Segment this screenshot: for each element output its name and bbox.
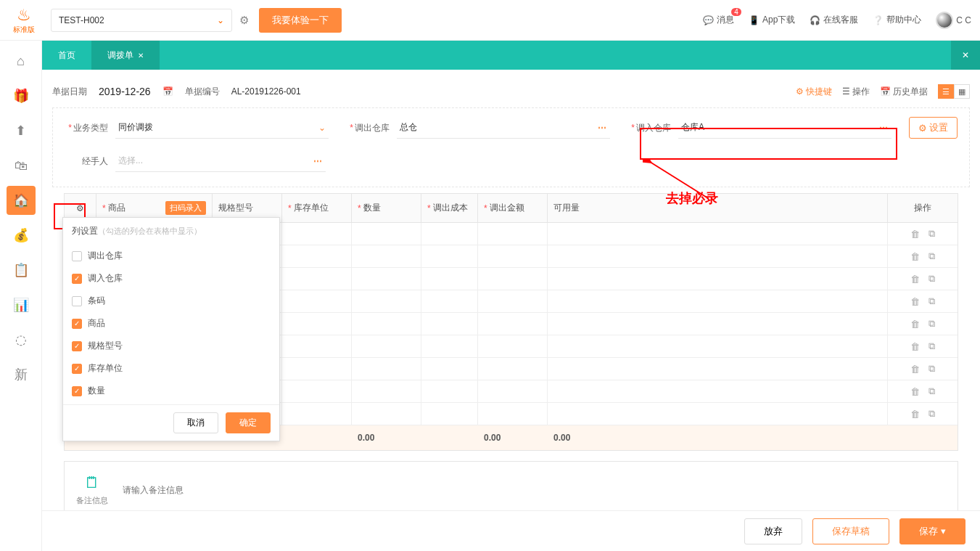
ops-link[interactable]: ☰操作 [842, 86, 870, 98]
delete-icon[interactable]: 🗑 [910, 386, 920, 397]
tab-transfer[interactable]: 调拨单 ✕ [91, 41, 160, 70]
top-right-nav: 💬 消息 4 📱 App下载 🎧 在线客服 ❔ 帮助中心 C C [703, 12, 971, 29]
table-header: ⚙ 列设置（勾选的列会在表格中显示） 调出仓库✓调入仓库条码✓商品✓规格型号✓库… [65, 194, 958, 223]
copy-icon[interactable]: ⧉ [928, 228, 935, 240]
docnum-value: AL-20191226-001 [231, 86, 301, 97]
nav-clipboard[interactable]: 📋 [7, 256, 36, 285]
column-option[interactable]: ✓数量 [72, 380, 271, 402]
nav-warehouse[interactable]: 🏠 [7, 186, 36, 215]
doc-header: 单据日期 2019-12-26 📅 单据编号 AL-20191226-001 ⚙… [52, 78, 970, 105]
calendar-icon: 📅 [880, 86, 891, 97]
in-warehouse-field[interactable]: *调入仓库 仓库A⋯ [627, 117, 892, 139]
nav-gift[interactable]: 🎁 [7, 81, 36, 110]
delete-icon[interactable]: 🗑 [910, 274, 920, 285]
out-warehouse-field[interactable]: *调出仓库 总仓⋯ [346, 117, 610, 139]
column-option[interactable]: ✓商品 [72, 312, 271, 335]
ok-button[interactable]: 确定 [226, 412, 271, 433]
settings-icon[interactable]: ⚙ [239, 14, 249, 27]
nav-new[interactable]: 新 [7, 360, 36, 389]
app-download-link[interactable]: 📱 App下载 [749, 14, 795, 26]
user-menu[interactable]: C C [936, 12, 971, 29]
form-row-2: 经手人 选择...⋯ [53, 144, 969, 178]
delete-icon[interactable]: 🗑 [910, 296, 920, 307]
copy-icon[interactable]: ⧉ [928, 250, 935, 262]
business-type-field[interactable]: *业务类型 同价调拨⌄ [65, 117, 329, 139]
scan-button[interactable]: 扫码录入 [165, 201, 206, 215]
delete-icon[interactable]: 🗑 [910, 409, 920, 420]
company-name: TEST-H002 [59, 15, 104, 25]
help-icon: ❔ [873, 15, 884, 25]
tab-home[interactable]: 首页 [42, 41, 91, 70]
nav-money[interactable]: 💰 [7, 221, 36, 250]
view-list[interactable]: ☰ [938, 84, 954, 99]
tabs: 首页 调拨单 ✕ ✕ [42, 41, 980, 70]
checkbox[interactable] [72, 296, 82, 306]
close-icon[interactable]: ✕ [138, 52, 144, 60]
chevron-down-icon: ⌄ [318, 123, 326, 133]
popover-title: 列设置（勾选的列会在表格中显示） [63, 218, 279, 245]
checkbox[interactable]: ✓ [72, 319, 82, 329]
delete-icon[interactable]: 🗑 [910, 364, 920, 375]
more-icon: ⋯ [313, 156, 323, 166]
copy-icon[interactable]: ⧉ [928, 273, 935, 285]
view-grid[interactable]: ▦ [954, 84, 970, 99]
checkbox[interactable]: ✓ [72, 341, 82, 351]
main: 首页 调拨单 ✕ ✕ ▤ ⛶ 单据日期 2019-12-26 📅 单据编号 AL… [42, 41, 980, 551]
checkbox[interactable]: ✓ [72, 274, 82, 284]
delete-icon[interactable]: 🗑 [910, 229, 920, 240]
discard-button[interactable]: 放弃 [744, 518, 802, 544]
close-panel-icon[interactable]: ✕ [951, 41, 980, 70]
column-option[interactable]: ✓规格型号 [72, 335, 271, 357]
cancel-button[interactable]: 取消 [173, 412, 218, 433]
more-icon: ⋯ [598, 123, 607, 133]
list-icon: ☰ [842, 86, 850, 97]
copy-icon[interactable]: ⧉ [928, 340, 935, 352]
nav-up[interactable]: ⬆ [7, 116, 36, 145]
column-settings-button[interactable]: ⚙ 列设置（勾选的列会在表格中显示） 调出仓库✓调入仓库条码✓商品✓规格型号✓库… [65, 194, 96, 222]
docnum-label: 单据编号 [185, 86, 220, 98]
save-draft-button[interactable]: 保存草稿 [812, 518, 889, 544]
gear-icon: ⚙ [796, 86, 804, 97]
delete-icon[interactable]: 🗑 [910, 251, 920, 262]
date-value[interactable]: 2019-12-26 [99, 86, 151, 97]
handler-field[interactable]: 经手人 选择...⋯ [65, 150, 326, 172]
copy-icon[interactable]: ⧉ [928, 295, 935, 307]
copy-icon[interactable]: ⧉ [928, 385, 935, 397]
copy-icon[interactable]: ⧉ [928, 408, 935, 420]
column-option[interactable]: ✓调入仓库 [72, 267, 271, 290]
column-option[interactable]: 条码 [72, 290, 271, 312]
view-toggle: ☰ ▦ [938, 84, 970, 99]
nav-sync[interactable]: ◌ [7, 325, 36, 354]
calendar-icon[interactable]: 📅 [162, 86, 173, 97]
checkbox[interactable]: ✓ [72, 386, 82, 396]
help-link[interactable]: ❔ 帮助中心 [873, 14, 921, 26]
sidebar: ⌂ 🎁 ⬆ 🛍 🏠 💰 📋 📊 ◌ 新 [0, 41, 42, 551]
company-select[interactable]: TEST-H002 ⌄ [51, 9, 232, 32]
checkbox[interactable]: ✓ [72, 364, 82, 374]
copy-icon[interactable]: ⧉ [928, 363, 935, 375]
checkbox[interactable] [72, 251, 82, 261]
nav-home[interactable]: ⌂ [7, 46, 36, 75]
experience-button[interactable]: 我要体验一下 [259, 8, 342, 33]
messages-badge: 4 [731, 8, 741, 16]
table: ⚙ 列设置（勾选的列会在表格中显示） 调出仓库✓调入仓库条码✓商品✓规格型号✓库… [64, 193, 958, 451]
brand-label: 标准版 [13, 25, 35, 35]
setup-button[interactable]: ⚙设置 [909, 117, 958, 139]
messages-link[interactable]: 💬 消息 4 [703, 14, 734, 26]
history-link[interactable]: 📅历史单据 [880, 86, 928, 98]
remark-input[interactable] [123, 485, 946, 495]
delete-icon[interactable]: 🗑 [910, 341, 920, 352]
bottom-bar: 放弃 保存草稿 保存▾ [42, 510, 980, 551]
customer-service-link[interactable]: 🎧 在线客服 [810, 14, 858, 26]
shortcut-link[interactable]: ⚙快捷键 [796, 86, 832, 98]
nav-bag[interactable]: 🛍 [7, 151, 36, 180]
nav-report[interactable]: 📊 [7, 290, 36, 319]
save-button[interactable]: 保存▾ [899, 518, 965, 544]
delete-icon[interactable]: 🗑 [910, 319, 920, 330]
gear-icon: ⚙ [76, 203, 84, 213]
column-option[interactable]: ✓库存单位 [72, 357, 271, 380]
column-option[interactable]: 调出仓库 [72, 245, 271, 267]
copy-icon[interactable]: ⧉ [928, 318, 935, 330]
column-settings-popover: 列设置（勾选的列会在表格中显示） 调出仓库✓调入仓库条码✓商品✓规格型号✓库存单… [62, 217, 280, 441]
form-row-1: *业务类型 同价调拨⌄ *调出仓库 总仓⋯ *调入仓库 仓库A⋯ ⚙设置 [53, 111, 969, 144]
